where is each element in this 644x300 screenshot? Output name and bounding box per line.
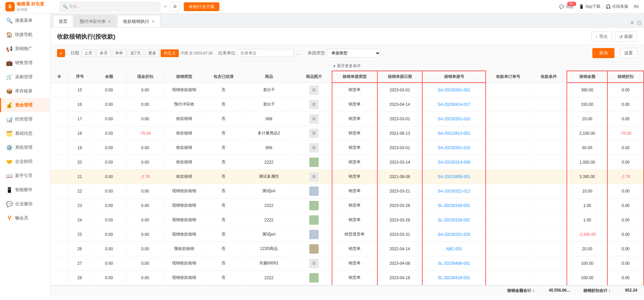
cancel-bill-no-link[interactable]: ABC-001: [446, 247, 462, 251]
expand-filter-btn[interactable]: »: [57, 49, 65, 57]
cell-cancel-bill-no[interactable]: SA-20230301-010: [422, 112, 485, 126]
industry-solution-btn[interactable]: 休验行业方案: [184, 2, 219, 11]
tab-collection[interactable]: 收款核销执行 ✕: [117, 15, 160, 27]
cell-cancel-bill-no[interactable]: SA-20230301-001: [422, 83, 485, 97]
bill-type-select[interactable]: 单据类型: [327, 49, 381, 57]
cell-cancel-bill-no[interactable]: ABC-001: [422, 242, 485, 256]
cancel-bill-no-link[interactable]: SA-20230301-010: [438, 145, 470, 150]
cell-cancel-discount: 0.00: [607, 256, 644, 270]
cell-balance: 0.00: [91, 242, 127, 256]
cell-include-settled: 否: [205, 169, 242, 184]
date-opt-last-month[interactable]: 上月: [81, 49, 95, 57]
maximize-btn[interactable]: ⊡: [637, 19, 641, 26]
sidebar-item-system[interactable]: ⚙️ 系统管理: [0, 140, 50, 155]
close-window-btn[interactable]: ✕: [630, 19, 634, 26]
sidebar-item-quicknav[interactable]: 🏠 快捷导航: [0, 28, 50, 42]
cell-collection-order-no: [486, 155, 531, 169]
user-name[interactable]: Rit: [634, 4, 639, 9]
sidebar-item-finance[interactable]: 💰 资金管理: [0, 98, 50, 112]
cell-settings: [50, 126, 68, 140]
cell-balance: 0.00: [91, 140, 127, 155]
expand-more-btn[interactable]: ▾ 展开更多条件: [333, 63, 361, 69]
cell-product-img: [296, 270, 332, 285]
search-dropdown-arrow[interactable]: ▾: [164, 4, 166, 9]
messages-btn[interactable]: 💬 消息 99+: [559, 4, 574, 9]
cell-cancel-bill-no[interactable]: SL-20230328-001: [422, 198, 485, 213]
cancel-bill-no-link[interactable]: SL-20230328-002: [438, 218, 470, 222]
sidebar-item-sales[interactable]: 💼 销售管理: [0, 56, 50, 70]
cell-cancel-bill-date: 2023-03-28: [377, 198, 423, 213]
sidebar-item-wechat[interactable]: 💬 企业微信: [0, 197, 50, 211]
cell-balance: 0.00: [91, 112, 127, 126]
date-opt-this-month[interactable]: 本月: [97, 49, 111, 57]
export-btn[interactable]: ↑ 导出: [591, 32, 612, 42]
tab-prepay-close[interactable]: ✕: [108, 19, 111, 24]
cancel-bill-no-link[interactable]: SA-20230414-017: [438, 102, 470, 107]
sidebar-item-operations[interactable]: 📊 经营管理: [0, 112, 50, 126]
cancel-bill-no-link[interactable]: SA-20230331-026: [438, 232, 470, 237]
cell-no: 17: [68, 112, 91, 126]
sidebar-item-member[interactable]: V 畅会员: [0, 211, 50, 225]
sidebar-item-search[interactable]: 🔍 搜索菜单: [0, 13, 50, 28]
sidebar-item-guide[interactable]: 📖 新手引导: [0, 169, 50, 183]
cancel-bill-no-link[interactable]: SA-20230301-001: [438, 88, 470, 92]
cancel-bill-no-link[interactable]: SA-20210813-001: [438, 131, 470, 136]
search-box[interactable]: 🔍 搜索...: [60, 2, 160, 11]
cancel-bill-no-link[interactable]: SL-20230328-001: [438, 203, 470, 208]
tab-home[interactable]: 首页: [53, 15, 73, 27]
from-unit-dots-btn[interactable]: ...: [296, 50, 302, 56]
cell-cancel-bill-no[interactable]: SL-20230418-001: [422, 270, 485, 285]
from-unit-input[interactable]: [237, 49, 294, 57]
cell-cancel-bill-no[interactable]: SA-20230314-008: [422, 155, 485, 169]
top-bar: 6 畅捷通·好生意 标准版 🔍 搜索... ▾ ⚙ 休验行业方案 💬 消息 99…: [0, 0, 644, 13]
cell-balance: 0.00: [91, 126, 127, 140]
date-opt-custom[interactable]: 自定义: [161, 49, 179, 57]
refresh-btn[interactable]: ↺ 刷新: [615, 32, 637, 42]
cancel-bill-no-link[interactable]: SL-20230418-001: [438, 275, 470, 280]
app-download-btn[interactable]: 📱 App下载: [579, 4, 600, 9]
cell-cancel-bill-no[interactable]: SA-20230301-010: [422, 140, 485, 155]
sidebar-item-inventory[interactable]: 📦 库存核算: [0, 84, 50, 98]
search-icon: 🔍: [6, 17, 12, 24]
cancel-bill-no-link[interactable]: SA-20230314-008: [438, 160, 470, 165]
cell-no: 28: [68, 270, 91, 285]
online-service-btn[interactable]: 🎧 在线客服: [606, 4, 628, 9]
cancel-bill-no-link[interactable]: SL-20230408-001: [438, 261, 470, 266]
sidebar-item-purchase[interactable]: 🛒 采购管理: [0, 70, 50, 84]
cell-cancel-bill-no[interactable]: SL-20230408-001: [422, 256, 485, 270]
cell-product-img: 🖼: [296, 83, 332, 97]
cell-cancel-bill-no[interactable]: SA-20210813-001: [422, 126, 485, 140]
cell-product: 衣服00001: [242, 256, 296, 270]
product-img: [309, 215, 319, 225]
tab-collection-close[interactable]: ✕: [151, 19, 155, 24]
cell-no: 16: [68, 97, 91, 112]
cell-cancel-bill-no[interactable]: SA-20210808-001: [422, 169, 485, 184]
cancel-bill-no-link[interactable]: SA-20210808-001: [438, 174, 470, 179]
cell-cancel-bill-type: 销货单: [332, 256, 377, 270]
sidebar-item-hardware[interactable]: 📱 智能硬件: [0, 183, 50, 197]
cell-cancel-bill-no[interactable]: SL-20230328-002: [422, 213, 485, 227]
cell-cancel-bill-no[interactable]: SA-20230414-017: [422, 97, 485, 112]
cell-collection-order-no: [486, 184, 531, 198]
cancel-bill-no-link[interactable]: SA-20230321-012: [438, 189, 470, 194]
cancel-bill-no-link[interactable]: SA-20230301-010: [438, 117, 470, 121]
sidebar-item-basic[interactable]: 🗂️ 基础信息: [0, 126, 50, 140]
cell-cancel-bill-no[interactable]: SA-20230331-026: [422, 227, 485, 242]
sidebar-item-enterprise[interactable]: 🤝 企业协同: [0, 155, 50, 169]
date-opt-more[interactable]: 更多: [145, 49, 159, 57]
date-opt-7days[interactable]: 近7天: [127, 49, 144, 57]
settings-icon-btn[interactable]: ⚙: [170, 2, 180, 11]
cell-product-img: 🖼: [296, 112, 332, 126]
cell-settings: [50, 270, 68, 285]
cell-cancel-bill-no[interactable]: SA-20230321-012: [422, 184, 485, 198]
cell-product-img: [296, 184, 332, 198]
col-settings[interactable]: ⚙: [50, 71, 68, 83]
filter-settings-btn[interactable]: 设置: [620, 48, 637, 58]
date-opt-this-year[interactable]: 本年: [112, 49, 126, 57]
cell-cancel-type: 收款核销: [163, 155, 205, 169]
cell-product: 测试jun: [242, 227, 296, 242]
header-actions: ↑ 导出 ↺ 刷新: [591, 32, 638, 42]
sidebar-item-marketing[interactable]: 📢 营销推广: [0, 42, 50, 56]
query-btn[interactable]: 查询: [592, 48, 614, 58]
tab-prepay[interactable]: 预付冲应付单 ✕: [74, 15, 117, 27]
